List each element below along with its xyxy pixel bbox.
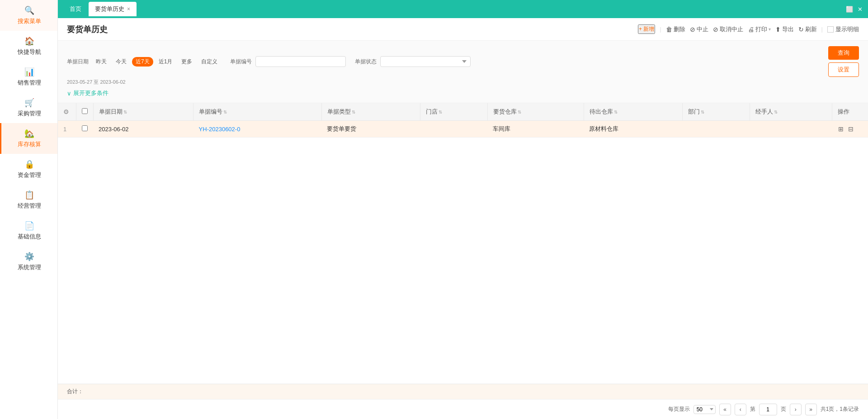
order-no-link[interactable]: YH-20230602-0	[199, 126, 241, 133]
select-all-checkbox[interactable]	[82, 108, 88, 114]
sort-dept-icon[interactable]: ⇅	[701, 110, 704, 114]
tab-label-history: 要货单历史	[95, 5, 124, 13]
row-checkbox[interactable]	[82, 125, 88, 131]
sidebar-item-inventory[interactable]: 🏡库存核算	[0, 123, 57, 154]
next-page-button[interactable]: ›	[790, 404, 802, 415]
sort-date-icon[interactable]: ⇅	[123, 110, 127, 114]
search-icon: 🔍	[24, 5, 34, 15]
export-button[interactable]: ⬆ 导出	[775, 25, 794, 33]
page-label: 第	[750, 405, 755, 413]
print-dropdown-icon[interactable]: ▾	[769, 27, 771, 32]
stop-button[interactable]: ⊘ 中止	[690, 25, 708, 33]
sidebar-item-label: 基础信息	[18, 233, 41, 241]
table-row: 1 2023-06-02 YH-20230602-0 要货单要货 车间库 原材料…	[58, 121, 868, 138]
date-shortcut-今天[interactable]: 今天	[112, 57, 130, 67]
sort-handler-icon[interactable]: ⇅	[774, 110, 778, 114]
inventory-icon: 🏡	[24, 129, 34, 138]
sidebar-item-quicknav[interactable]: 🏠快捷导航	[0, 31, 57, 62]
sidebar-item-purchase[interactable]: 🛒采购管理	[0, 92, 57, 123]
row-date: 2023-06-02	[93, 121, 193, 138]
show-detail-checkbox[interactable]	[827, 26, 834, 33]
delete-button[interactable]: 🗑 删除	[666, 25, 685, 33]
date-shortcut-自定义[interactable]: 自定义	[198, 57, 221, 67]
last-page-button[interactable]: »	[805, 404, 817, 415]
date-filter-group: 单据日期 昨天今天近7天近1月更多自定义	[67, 57, 221, 67]
cancel-stop-button[interactable]: ⊘ 取消中止	[713, 25, 743, 33]
table-container: ⚙ 单据日期⇅ 单据编号⇅ 单据类型⇅	[58, 103, 868, 384]
date-shortcut-近1月[interactable]: 近1月	[155, 57, 176, 67]
th-gear[interactable]: ⚙	[58, 103, 76, 121]
sidebar-item-label: 销售管理	[18, 79, 41, 87]
th-pending-warehouse: 待出仓库⇅	[584, 103, 682, 121]
sidebar-item-search[interactable]: 🔍搜索菜单	[0, 0, 57, 31]
expand-more-button[interactable]: ∨ 展开更多条件	[67, 89, 859, 97]
sidebar: 🔍搜索菜单🏠快捷导航📊销售管理🛒采购管理🏡库存核算🔒资金管理📋经营管理📄基础信息…	[0, 0, 58, 419]
topbar-right: ⬜ ✕	[846, 6, 863, 13]
sidebar-item-sales[interactable]: 📊销售管理	[0, 62, 57, 92]
sort-order-no-icon[interactable]: ⇅	[223, 110, 227, 114]
sidebar-item-label: 系统管理	[18, 263, 41, 271]
chevron-down-icon: ∨	[67, 90, 71, 97]
export-icon: ⬆	[775, 26, 781, 33]
print-icon: 🖨	[748, 26, 754, 33]
date-shortcut-近7天[interactable]: 近7天	[132, 57, 153, 67]
table-footer: 合计：	[58, 384, 868, 399]
sort-pending-wh-icon[interactable]: ⇅	[614, 110, 618, 114]
show-detail-toggle[interactable]: 显示明细	[827, 25, 859, 33]
first-page-button[interactable]: «	[719, 404, 731, 415]
th-order-type: 单据类型⇅	[321, 103, 420, 121]
date-shortcut-昨天[interactable]: 昨天	[92, 57, 110, 67]
row-edit-icon[interactable]: ⊞	[837, 124, 844, 133]
prev-page-button[interactable]: ‹	[735, 404, 746, 415]
restore-button[interactable]: ⬜	[846, 6, 853, 13]
page-title: 要货单历史	[67, 24, 108, 35]
sidebar-item-operation[interactable]: 📋经营管理	[0, 185, 57, 215]
table-header-row: ⚙ 单据日期⇅ 单据编号⇅ 单据类型⇅	[58, 103, 868, 121]
cancel-stop-icon: ⊘	[713, 26, 718, 33]
per-page-label: 每页显示	[668, 405, 690, 413]
sidebar-item-system[interactable]: ⚙️系统管理	[0, 246, 57, 277]
sidebar-item-finance[interactable]: 🔒资金管理	[0, 154, 57, 185]
tab-close-history[interactable]: ×	[127, 6, 130, 12]
setting-button[interactable]: 设置	[828, 62, 859, 77]
query-button[interactable]: 查询	[828, 46, 859, 60]
sidebar-item-label: 库存核算	[18, 140, 41, 148]
purchase-icon: 🛒	[24, 98, 34, 108]
topbar-tab-home[interactable]: 首页	[63, 2, 88, 16]
new-button[interactable]: + 新增	[638, 24, 655, 34]
page-input[interactable]	[759, 404, 777, 415]
status-select[interactable]	[380, 56, 471, 67]
pagination-bar: 每页显示 50 20 100 « ‹ 第 页 › » 共1页，1条记录	[58, 399, 868, 419]
print-button[interactable]: 🖨 打印 ▾	[748, 25, 771, 33]
sort-store-icon[interactable]: ⇅	[439, 110, 442, 114]
close-button[interactable]: ✕	[858, 6, 863, 13]
refresh-icon: ↻	[798, 26, 804, 33]
status-label: 单据状态	[355, 58, 377, 66]
sort-req-wh-icon[interactable]: ⇅	[518, 110, 521, 114]
page-suffix: 页	[781, 405, 786, 413]
sidebar-item-label: 经营管理	[18, 202, 41, 210]
sort-order-type-icon[interactable]: ⇅	[352, 110, 355, 114]
row-num: 1	[58, 121, 76, 138]
filter-area: 单据日期 昨天今天近7天近1月更多自定义 单据编号 单据状态 查询	[58, 41, 868, 103]
th-date: 单据日期⇅	[93, 103, 193, 121]
order-no-filter-group: 单据编号	[230, 56, 346, 67]
date-label: 单据日期	[67, 58, 89, 66]
th-action: 操作	[832, 103, 868, 121]
system-icon: ⚙️	[24, 252, 34, 262]
order-no-input[interactable]	[255, 56, 346, 67]
row-more-icon[interactable]: ⊟	[847, 124, 854, 133]
per-page-select[interactable]: 50 20 100	[693, 405, 716, 414]
filter-actions: 查询 设置	[828, 46, 859, 77]
row-pending-warehouse: 原材料仓库	[584, 121, 682, 138]
date-shortcuts: 昨天今天近7天近1月更多自定义	[92, 57, 221, 67]
topbar-tab-history[interactable]: 要货单历史×	[89, 2, 137, 16]
th-handler: 经手人⇅	[750, 103, 832, 121]
gear-icon[interactable]: ⚙	[63, 108, 69, 115]
date-shortcut-更多[interactable]: 更多	[178, 57, 196, 67]
row-order-type: 要货单要货	[321, 121, 420, 138]
refresh-button[interactable]: ↻ 刷新	[798, 25, 817, 33]
th-checkbox	[76, 103, 93, 121]
sidebar-item-basic[interactable]: 📄基础信息	[0, 215, 57, 246]
sidebar-item-label: 快捷导航	[18, 48, 41, 56]
